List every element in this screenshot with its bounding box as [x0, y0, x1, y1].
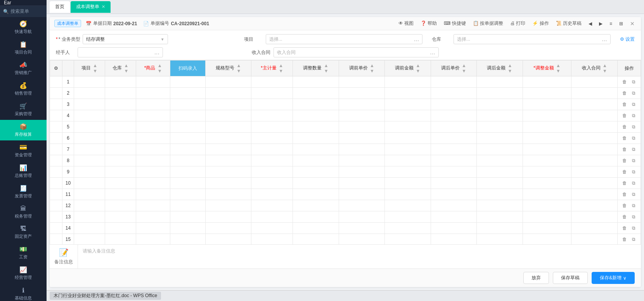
- cell-project-8[interactable]: [74, 155, 105, 166]
- cell-scan-5[interactable]: [170, 121, 205, 133]
- cell-before-amount-11[interactable]: [385, 189, 431, 200]
- cell-after-price-6[interactable]: [431, 133, 476, 144]
- remark-input[interactable]: 请输入备注信息: [78, 245, 641, 268]
- cell-qty-14[interactable]: [293, 223, 339, 234]
- th-settings[interactable]: ⚙: [50, 61, 62, 76]
- cell-before-price-8[interactable]: [339, 155, 384, 166]
- cell-project-9[interactable]: [74, 166, 105, 178]
- cell-warehouse-12[interactable]: [105, 200, 136, 211]
- cell-project-11[interactable]: [74, 189, 105, 200]
- delete-btn-15[interactable]: 🗑: [621, 235, 628, 243]
- cell-income-10[interactable]: [571, 178, 618, 189]
- cell-spec-9[interactable]: [205, 166, 251, 178]
- cell-before-amount-2[interactable]: [385, 88, 431, 99]
- cell-before-amount-9[interactable]: [385, 166, 431, 178]
- cell-spec-13[interactable]: [205, 211, 251, 223]
- cell-warehouse-1[interactable]: [105, 76, 136, 88]
- cell-adjust-amount-6[interactable]: [523, 133, 571, 144]
- cell-scan-14[interactable]: [170, 223, 205, 234]
- cell-project-4[interactable]: [74, 110, 105, 121]
- cell-before-price-5[interactable]: [339, 121, 384, 133]
- cell-after-amount-12[interactable]: [477, 200, 523, 211]
- delete-btn-1[interactable]: 🗑: [621, 78, 628, 86]
- cell-spec-6[interactable]: [205, 133, 251, 144]
- cell-income-8[interactable]: [571, 155, 618, 166]
- copy-btn-7[interactable]: ⧉: [630, 145, 638, 153]
- cell-product-15[interactable]: [136, 234, 170, 245]
- cell-after-price-1[interactable]: [431, 76, 476, 88]
- cell-after-price-15[interactable]: [431, 234, 476, 245]
- delete-btn-4[interactable]: 🗑: [621, 112, 628, 119]
- cell-warehouse-11[interactable]: [105, 189, 136, 200]
- view-grid-btn[interactable]: ⊞: [618, 20, 625, 27]
- cell-after-amount-1[interactable]: [477, 76, 523, 88]
- copy-btn-4[interactable]: ⧉: [630, 112, 638, 119]
- cell-adjust-amount-12[interactable]: [523, 200, 571, 211]
- cell-before-amount-15[interactable]: [385, 234, 431, 245]
- handler-dots[interactable]: ...: [154, 49, 159, 56]
- action-help[interactable]: ❓ 帮助: [419, 19, 438, 28]
- cell-qty-4[interactable]: [293, 110, 339, 121]
- cell-before-price-1[interactable]: [339, 76, 384, 88]
- cell-after-price-5[interactable]: [431, 121, 476, 133]
- sidebar-item-5[interactable]: 📦库存核算: [0, 120, 47, 140]
- nav-next-btn[interactable]: ▶: [597, 20, 604, 27]
- cell-spec-5[interactable]: [205, 121, 251, 133]
- cell-before-amount-1[interactable]: [385, 76, 431, 88]
- sidebar-item-9[interactable]: 🏛税务管理: [0, 202, 47, 222]
- project-dots[interactable]: ...: [414, 36, 419, 43]
- sidebar-item-6[interactable]: 💳资金管理: [0, 140, 47, 161]
- cell-after-amount-2[interactable]: [477, 88, 523, 99]
- cell-product-10[interactable]: [136, 178, 170, 189]
- cell-unit-11[interactable]: [251, 189, 293, 200]
- cell-before-price-9[interactable]: [339, 166, 384, 178]
- cell-spec-15[interactable]: [205, 234, 251, 245]
- cell-warehouse-6[interactable]: [105, 133, 136, 144]
- cell-scan-4[interactable]: [170, 110, 205, 121]
- delete-btn-9[interactable]: 🗑: [621, 168, 628, 176]
- delete-btn-2[interactable]: 🗑: [621, 89, 628, 97]
- discard-button[interactable]: 放弃: [523, 272, 549, 284]
- cell-before-price-10[interactable]: [339, 178, 384, 189]
- delete-btn-12[interactable]: 🗑: [621, 202, 628, 209]
- cell-adjust-amount-9[interactable]: [523, 166, 571, 178]
- cell-project-2[interactable]: [74, 88, 105, 99]
- cell-scan-9[interactable]: [170, 166, 205, 178]
- cell-after-price-10[interactable]: [431, 178, 476, 189]
- cell-project-10[interactable]: [74, 178, 105, 189]
- handler-input[interactable]: ...: [78, 47, 163, 57]
- cell-warehouse-2[interactable]: [105, 88, 136, 99]
- cell-spec-12[interactable]: [205, 200, 251, 211]
- cell-before-price-2[interactable]: [339, 88, 384, 99]
- cell-qty-1[interactable]: [293, 76, 339, 88]
- cell-unit-13[interactable]: [251, 211, 293, 223]
- copy-btn-5[interactable]: ⧉: [630, 123, 638, 131]
- cell-adjust-amount-3[interactable]: [523, 99, 571, 110]
- cell-after-amount-4[interactable]: [477, 110, 523, 121]
- cell-product-11[interactable]: [136, 189, 170, 200]
- sidebar-search[interactable]: 🔍 搜索菜单: [0, 6, 47, 17]
- tab-close-icon[interactable]: ✕: [102, 4, 105, 9]
- income-dots[interactable]: ...: [430, 49, 435, 56]
- cell-income-15[interactable]: [571, 234, 618, 245]
- action-history[interactable]: 📜 历史草稿: [554, 19, 583, 28]
- tab-cost-adjustment[interactable]: 成本调整单 ✕: [71, 1, 111, 13]
- copy-btn-13[interactable]: ⧉: [630, 213, 638, 221]
- cell-income-14[interactable]: [571, 223, 618, 234]
- cell-after-price-3[interactable]: [431, 99, 476, 110]
- cell-unit-12[interactable]: [251, 200, 293, 211]
- cell-adjust-amount-15[interactable]: [523, 234, 571, 245]
- sidebar-item-3[interactable]: 💰销售管理: [0, 79, 47, 99]
- cell-product-8[interactable]: [136, 155, 170, 166]
- cell-qty-11[interactable]: [293, 189, 339, 200]
- cell-scan-13[interactable]: [170, 211, 205, 223]
- cell-scan-12[interactable]: [170, 200, 205, 211]
- cell-spec-3[interactable]: [205, 99, 251, 110]
- cell-unit-15[interactable]: [251, 234, 293, 245]
- cell-qty-7[interactable]: [293, 144, 339, 155]
- cell-after-amount-5[interactable]: [477, 121, 523, 133]
- cell-qty-8[interactable]: [293, 155, 339, 166]
- cell-after-price-7[interactable]: [431, 144, 476, 155]
- nav-prev-btn[interactable]: ◀: [587, 20, 594, 27]
- th-unit[interactable]: *主计量 ▲▼: [251, 61, 293, 76]
